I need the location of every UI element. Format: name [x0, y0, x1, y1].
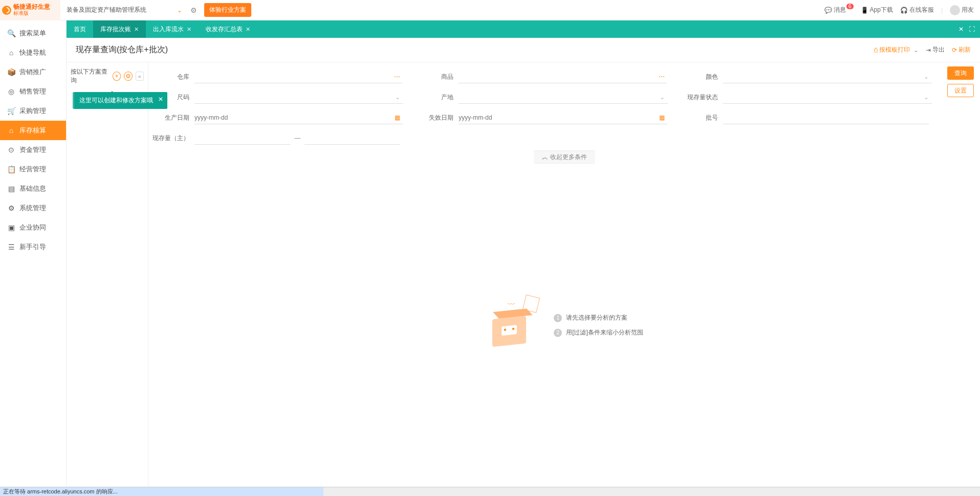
page-head: 现存量查询(按仓库+批次) ⎙按模板打印⌄ ⇥导出 ⟳刷新	[67, 38, 980, 62]
avatar-icon	[950, 5, 960, 15]
search-icon: 🔍	[7, 29, 15, 37]
sidebar-label: 销售管理	[19, 87, 46, 96]
label-stock-qty: 现存量（主）	[148, 134, 194, 143]
color-select[interactable]	[723, 70, 932, 83]
coin-icon: ⊙	[7, 146, 15, 154]
origin-select[interactable]	[459, 91, 667, 104]
sidebar-item-guide[interactable]: ☰新手引导	[0, 237, 66, 257]
main: 首页 库存批次账✕ 出入库流水✕ 收发存汇总表✕ ✕ ⛶ 现存量查询(按仓库+批…	[67, 20, 980, 487]
user-menu[interactable]: 用友	[950, 5, 974, 15]
tab-io-flow[interactable]: 出入库流水✕	[146, 20, 199, 38]
brand: 畅捷通好生意 标准版	[0, 0, 60, 20]
system-name: 装备及固定资产辅助管理系统	[67, 6, 146, 14]
refresh-button[interactable]: ⟳刷新	[952, 46, 971, 54]
sidebar-item-search[interactable]: 🔍搜索菜单	[0, 24, 66, 43]
collapse-panel-button[interactable]: «	[136, 72, 144, 81]
step-number-1: 1	[554, 314, 562, 322]
tab-home[interactable]: 首页	[67, 20, 93, 38]
reset-button[interactable]: 设置	[947, 84, 974, 97]
stock-qty-max[interactable]	[304, 131, 400, 145]
export-label: 导出	[932, 46, 945, 54]
close-icon[interactable]: ✕	[246, 26, 250, 33]
experience-button[interactable]: 体验行业方案	[204, 3, 251, 17]
service-link[interactable]: 🎧 在线客服	[900, 6, 934, 14]
collapse-label: 收起更多条件	[550, 153, 587, 162]
menu-icon: ☰	[7, 243, 15, 251]
close-icon[interactable]: ✕	[187, 26, 191, 33]
label-color: 颜色	[677, 73, 723, 81]
sidebar-item-quicknav[interactable]: ⌂快捷导航	[0, 43, 66, 62]
tab-batch-ledger[interactable]: 库存批次账✕	[93, 20, 146, 38]
label-warehouse: 仓库	[148, 73, 194, 81]
scheme-title: 按以下方案查询	[71, 67, 110, 85]
sidebar-label: 营销推广	[19, 67, 46, 77]
sidebar-label: 经营管理	[19, 165, 46, 174]
page-title: 现存量查询(按仓库+批次)	[76, 44, 168, 55]
sidebar-label: 搜索菜单	[19, 29, 46, 38]
label-origin: 产地	[412, 93, 459, 102]
brand-name: 畅捷通好生意	[13, 4, 50, 10]
tab-label: 收发存汇总表	[206, 25, 243, 34]
range-dash: —	[290, 134, 304, 142]
sidebar-item-system[interactable]: ⚙系统管理	[0, 198, 66, 218]
phone-icon: 📱	[861, 7, 868, 14]
refresh-label: 刷新	[959, 46, 971, 54]
label-batch: 批号	[677, 114, 723, 122]
warehouse-input[interactable]	[194, 70, 402, 83]
close-icon[interactable]: ✕	[134, 26, 139, 33]
batch-input[interactable]	[723, 111, 929, 124]
sidebar-label: 资金管理	[19, 145, 46, 154]
sidebar-item-inventory[interactable]: ⌂库存核算	[0, 121, 66, 140]
sidebar-item-sales[interactable]: ◎销售管理	[0, 82, 66, 101]
top-right-menu: 💬 消息 6 📱 App下载 🎧 在线客服 | 用友	[824, 5, 974, 15]
messages-label: 消息	[834, 6, 846, 14]
app-download-link[interactable]: 📱 App下载	[861, 6, 893, 14]
sidebar-item-funds[interactable]: ⊙资金管理	[0, 140, 66, 160]
exp-date-input[interactable]	[459, 111, 667, 124]
tooltip-text: 这里可以创建和修改方案哦	[79, 97, 153, 104]
status-text: 正在等待 arms-retcode.aliyuncs.com 的响应...	[3, 488, 118, 495]
size-select[interactable]	[194, 91, 403, 104]
cart-icon: 🛒	[7, 107, 15, 115]
target-icon: ◎	[7, 87, 15, 96]
tab-label: 出入库流水	[153, 25, 184, 34]
scheme-tooltip: 这里可以创建和修改方案哦 ✕	[73, 92, 167, 109]
fullscreen-icon[interactable]: ⛶	[969, 26, 975, 33]
sidebar-item-collab[interactable]: ▣企业协同	[0, 218, 66, 237]
close-icon[interactable]: ✕	[158, 96, 163, 103]
add-scheme-button[interactable]: +	[113, 72, 121, 81]
service-label: 在线客服	[909, 6, 934, 14]
print-label: 按模板打印	[879, 46, 910, 54]
prod-date-input[interactable]	[194, 111, 403, 124]
label-exp-date: 失效日期	[412, 114, 459, 122]
settings-scheme-button[interactable]: ⚙	[124, 72, 132, 81]
sidebar-label: 基础信息	[19, 184, 46, 193]
export-button[interactable]: ⇥导出	[926, 46, 945, 54]
sidebar-item-business[interactable]: 📋经营管理	[0, 160, 66, 179]
sidebar-item-basic[interactable]: ▤基础信息	[0, 179, 66, 198]
sidebar-item-purchase[interactable]: 🛒采购管理	[0, 101, 66, 121]
scheme-panel: 按以下方案查询 + ⚙ « ✓ 按仓库+批次 这里可以创建和修改方案哦 ✕	[67, 62, 148, 487]
tab-summary[interactable]: 收发存汇总表✕	[199, 20, 257, 38]
export-icon: ⇥	[926, 47, 931, 54]
chevron-up-icon: ︽	[542, 153, 548, 162]
sidebar-item-marketing[interactable]: 📦营销推广	[0, 62, 66, 82]
headset-icon: 🎧	[900, 7, 908, 14]
product-input[interactable]	[459, 70, 666, 83]
messages-link[interactable]: 💬 消息 6	[824, 6, 854, 14]
messages-badge: 6	[846, 4, 854, 9]
print-button[interactable]: ⎙按模板打印⌄	[874, 46, 919, 54]
search-button[interactable]: 查询	[947, 66, 974, 80]
chevron-down-icon: ⌄	[913, 47, 919, 54]
stock-qty-min[interactable]	[194, 131, 290, 145]
gift-icon: 📦	[7, 68, 15, 76]
status-bar: 正在等待 arms-retcode.aliyuncs.com 的响应...	[0, 487, 980, 496]
settings-icon[interactable]: ⚙	[190, 6, 197, 14]
stock-status-select[interactable]	[723, 91, 932, 104]
sidebar: 🔍搜索菜单 ⌂快捷导航 📦营销推广 ◎销售管理 🛒采购管理 ⌂库存核算 ⊙资金管…	[0, 20, 67, 487]
brand-edition: 标准版	[13, 10, 50, 17]
system-selector[interactable]: 装备及固定资产辅助管理系统 ⌄	[67, 6, 182, 14]
tab-bar: 首页 库存批次账✕ 出入库流水✕ 收发存汇总表✕ ✕ ⛶	[67, 20, 980, 38]
close-all-icon[interactable]: ✕	[959, 26, 964, 33]
collapse-filters-button[interactable]: ︽ 收起更多条件	[534, 150, 595, 164]
